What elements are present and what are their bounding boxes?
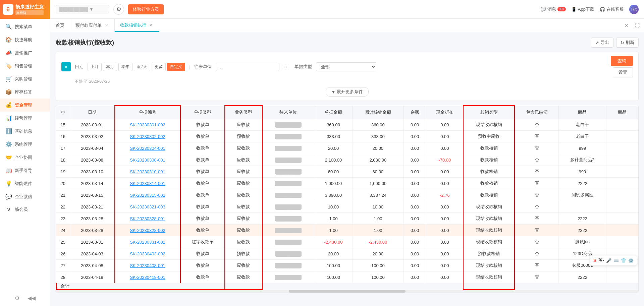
cell-include-settled: 否 — [515, 142, 558, 154]
table-scroll[interactable]: ⚙ 日期 单据编号 单据类型 业务类型 往来单位 单据金额 累计核销金额 余额 … — [56, 105, 638, 290]
cell-cancel-type: 预收款核销 — [463, 248, 515, 260]
org-selector[interactable]: ██████████ ▼ — [56, 5, 109, 13]
summary-partner — [262, 283, 314, 290]
cell-biz-type: 预收款 — [225, 248, 262, 260]
industry-btn[interactable]: 体验行业方案 — [128, 4, 164, 14]
messages-btn[interactable]: 💬 消息 99+ — [541, 6, 566, 12]
cell-doc-amount: 1,000.00 — [314, 178, 353, 189]
mic-icon[interactable]: 🎤 — [606, 258, 611, 263]
filter-collapse-btn[interactable]: » — [61, 62, 71, 71]
sidebar-item-basic[interactable]: ℹ️ 基础信息 — [0, 125, 50, 138]
sidebar-item-hardware[interactable]: 💡 智能硬件 — [0, 177, 50, 190]
cell-doc-type: 收款单 — [180, 271, 225, 283]
cell-idx: 21 — [56, 189, 70, 201]
last-7-btn[interactable]: 近7天 — [134, 63, 150, 71]
cell-idx: 18 — [56, 154, 70, 166]
wechat-icon: 💬 — [5, 193, 12, 200]
cell-biz-type: 应收款 — [225, 119, 262, 131]
cell-idx: 16 — [56, 131, 70, 142]
sidebar-item-label: 智能硬件 — [15, 181, 32, 187]
doc-type-label: 单据类型 — [294, 64, 312, 70]
tab-prepay[interactable]: 预付款应付单 ✕ — [70, 19, 115, 32]
partner-input[interactable] — [216, 63, 279, 71]
last-month-btn[interactable]: 上月 — [88, 63, 102, 71]
date-range-display: 不限 至 2023-07-26 — [75, 79, 110, 84]
custom-btn[interactable]: 自定义 — [167, 63, 185, 71]
tab-collection-close[interactable]: ✕ — [148, 22, 154, 28]
cell-balance: 0.00 — [403, 213, 426, 225]
summary-empty-1 — [180, 283, 225, 290]
cell-cancel-type: 现结收款核销 — [463, 213, 515, 225]
tab-prepay-close[interactable]: ✕ — [104, 23, 109, 28]
doc-type-select[interactable]: 全部 收款单 红字收款单 — [316, 62, 376, 71]
hardware-icon: 💡 — [5, 180, 12, 187]
sidebar-item-finance[interactable]: 💰 资金管理 — [0, 99, 50, 112]
cell-cash-discount: 0.00 — [426, 142, 464, 154]
cell-cancel-type: 现结收款核销 — [463, 119, 515, 131]
cell-include-settled: 否 — [515, 131, 558, 142]
tab-home[interactable]: 首页 — [50, 19, 70, 32]
settings-bottom-btn[interactable]: ⚙ — [11, 293, 23, 303]
cell-date: 2023-03-08 — [70, 154, 115, 166]
query-btn[interactable]: 查询 — [611, 56, 633, 66]
online-service-btn[interactable]: 🎧 在线客服 — [600, 6, 624, 12]
cell-doc-no: SK-20230328-002 — [115, 225, 181, 236]
export-btn[interactable]: ↗ 导出 — [591, 38, 613, 48]
th-balance: 余额 — [403, 106, 426, 119]
sidebar-item-corp[interactable]: 🤝 企业协同 — [0, 151, 50, 164]
expand-btn[interactable]: ▼ 展开更多条件 — [326, 87, 369, 97]
cell-biz-type: 应收款 — [225, 271, 262, 283]
sidebar-item-search[interactable]: 🔍 搜索菜单 — [0, 20, 50, 33]
sidebar-item-ops[interactable]: 📊 经营管理 — [0, 112, 50, 125]
sidebar-item-member[interactable]: V 畅会员 — [0, 203, 50, 216]
cell-partner: ████████ — [262, 260, 314, 271]
sidebar-item-purchase[interactable]: 🛒 采购管理 — [0, 72, 50, 85]
app-download-btn[interactable]: 📱 App下载 — [571, 6, 594, 12]
sidebar-item-inventory[interactable]: 📦 库存核算 — [0, 85, 50, 99]
cell-include-settled: 否 — [515, 166, 558, 178]
gear-button[interactable]: ⚙ — [113, 4, 124, 15]
th-cash-discount: 现金折扣 — [426, 106, 464, 119]
tab-collection[interactable]: 收款核销执行 ✕ — [115, 19, 159, 32]
collapse-btn[interactable]: ◀◀ — [24, 293, 39, 303]
cell-doc-no: SK-20230310-001 — [115, 166, 181, 178]
settings-btn[interactable]: 设置 — [613, 67, 633, 77]
cell-date: 2023-03-14 — [70, 178, 115, 189]
scrollbar-thumb — [289, 290, 405, 293]
horizontal-scrollbar[interactable] — [56, 290, 638, 293]
cell-biz-type: 应收款 — [225, 166, 262, 178]
sidebar-item-label: 畅会员 — [15, 206, 28, 212]
cell-balance: 0.00 — [403, 142, 426, 154]
cell-goods: 999 — [558, 166, 606, 178]
cell-include-settled: 否 — [515, 213, 558, 225]
shirt-icon[interactable]: 👕 — [621, 258, 626, 263]
sidebar-item-quicknav[interactable]: 🏠 快捷导航 — [0, 33, 50, 46]
sidebar-item-guide[interactable]: 📖 新手引导 — [0, 164, 50, 177]
cell-balance: 0.00 — [403, 178, 426, 189]
topbar: ██████████ ▼ ⚙ 体验行业方案 💬 消息 99+ 📱 App下载 🎧… — [50, 0, 644, 19]
cell-date: 2023-03-02 — [70, 131, 115, 142]
cell-cancel-type: 收款核销 — [463, 189, 515, 201]
refresh-btn[interactable]: ↻ 刷新 — [616, 38, 639, 48]
more-icon[interactable]: ⚙️ — [628, 258, 634, 263]
cell-date: 2023-03-10 — [70, 166, 115, 178]
maximize-tab-btn[interactable]: ⛶ — [633, 21, 641, 29]
cell-goods2 — [606, 166, 638, 178]
cell-goods2 — [606, 225, 638, 236]
keyboard-icon[interactable]: ⌨️ — [613, 258, 619, 263]
filter-dots: ··· — [283, 63, 290, 70]
cell-date: 2023-03-01 — [70, 119, 115, 131]
sidebar-item-sales[interactable]: 🏷️ 销售管理 — [0, 59, 50, 72]
close-tab-btn[interactable]: ✕ — [623, 21, 631, 29]
this-year-btn[interactable]: 本年 — [118, 63, 132, 71]
sidebar-item-system[interactable]: ⚙️ 系统管理 — [0, 138, 50, 151]
sidebar-item-wechat[interactable]: 💬 企业微信 — [0, 190, 50, 203]
user-avatar[interactable]: Rit — [629, 5, 639, 14]
sidebar-item-label: 新手引导 — [15, 168, 32, 174]
sidebar-item-marketing[interactable]: 📣 营销推广 — [0, 46, 50, 59]
this-month-btn[interactable]: 本月 — [103, 63, 117, 71]
cell-balance: 0.00 — [403, 236, 426, 248]
cell-cum-amount: 3,387.24 — [353, 189, 403, 201]
more-btn[interactable]: 更多 — [152, 63, 166, 71]
messages-label: 消息 — [547, 6, 556, 12]
